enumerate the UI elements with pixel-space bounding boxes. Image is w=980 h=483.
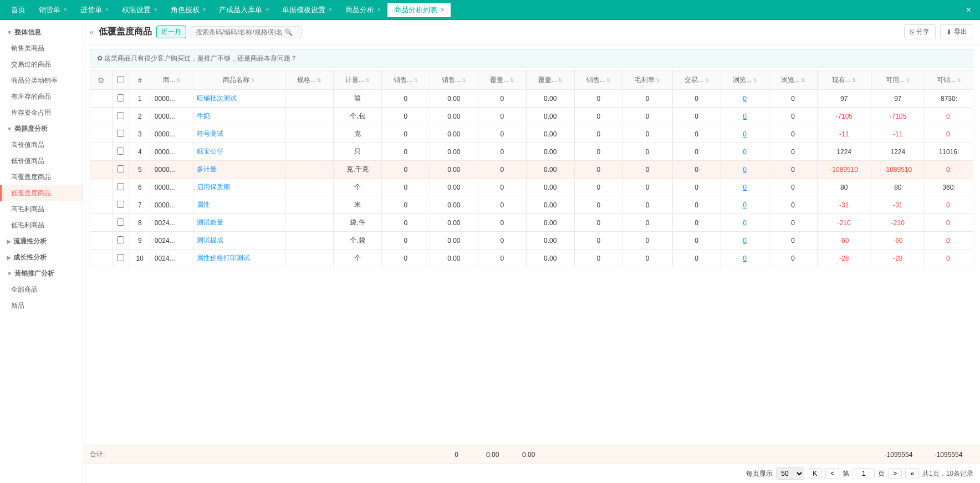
sidebar-item-sales-goods[interactable]: 销售类商品 <box>0 40 83 57</box>
close-sales-icon[interactable]: × <box>64 7 67 13</box>
cell-checkbox[interactable] <box>112 90 129 108</box>
close-products-icon[interactable]: × <box>266 7 269 13</box>
last-page-button[interactable]: » <box>905 468 919 479</box>
close-permissions-icon[interactable]: × <box>154 7 157 13</box>
nav-tab-purchase[interactable]: 进货单 × <box>74 3 115 17</box>
sidebar-item-high-profit[interactable]: 高毛利商品 <box>0 201 83 217</box>
cell-checkbox[interactable] <box>112 108 129 125</box>
sidebar-item-all-goods[interactable]: 全部商品 <box>0 282 83 298</box>
cell-checkbox[interactable] <box>112 214 129 232</box>
page-number-input[interactable] <box>853 468 875 479</box>
sidebar-item-category-turnover[interactable]: 商品分类动销率 <box>0 73 83 89</box>
col-coverage1[interactable]: 覆盖...⇅ <box>478 71 526 90</box>
share-button[interactable]: ⎘ 分享 <box>904 24 936 39</box>
col-transaction[interactable]: 交易...⇅ <box>672 71 721 90</box>
sidebar-item-low-profit[interactable]: 低毛利商品 <box>0 217 83 233</box>
col-sales-qty[interactable]: 销售...⇅ <box>381 71 430 90</box>
col-unit[interactable]: 计量...⇅ <box>333 71 381 90</box>
nav-tab-products[interactable]: 产成品入库单 × <box>212 3 275 17</box>
cell-name[interactable]: 眠宝公仔 <box>193 143 285 161</box>
next-page-button[interactable]: > <box>888 468 902 479</box>
col-available[interactable]: 可用...⇅ <box>871 71 925 90</box>
sidebar-item-high-value[interactable]: 高价值商品 <box>0 137 83 153</box>
cell-browse1[interactable]: 0 <box>721 161 769 179</box>
close-analysis-icon[interactable]: × <box>377 7 381 13</box>
row-checkbox[interactable] <box>117 201 124 208</box>
table-wrapper[interactable]: ⚙ # 商...⇅ 商品名称⇅ 规格...⇅ 计量...⇅ 销售...⇅ 销售.… <box>83 70 980 445</box>
sidebar-group-overall[interactable]: ▼ 整体信息 <box>0 24 83 40</box>
cell-browse1[interactable]: 0 <box>721 108 769 125</box>
close-templates-icon[interactable]: × <box>329 7 332 13</box>
cell-browse1[interactable]: 0 <box>721 196 769 214</box>
cell-checkbox[interactable] <box>112 196 129 214</box>
nav-tab-home[interactable]: 首页 <box>4 3 32 17</box>
close-roles-icon[interactable]: × <box>203 7 206 13</box>
row-checkbox[interactable] <box>117 183 124 190</box>
cell-checkbox[interactable] <box>112 179 129 196</box>
first-page-button[interactable]: K <box>808 468 822 479</box>
cell-name[interactable]: 多计量 <box>193 161 285 179</box>
sidebar-group-circulation[interactable]: ▶ 流通性分析 <box>0 233 83 250</box>
col-settings[interactable]: ⚙ <box>90 71 113 90</box>
col-gross-margin[interactable]: 毛利率⇅ <box>622 71 672 90</box>
sidebar-group-marketing[interactable]: ▼ 营销推广分析 <box>0 266 83 282</box>
col-sales-amount[interactable]: 销售...⇅ <box>430 71 478 90</box>
filter-tag-recent-month[interactable]: 近一月 <box>156 26 186 38</box>
row-checkbox[interactable] <box>117 165 124 172</box>
cell-name[interactable]: 测试提成 <box>193 232 285 250</box>
cell-browse1[interactable]: 0 <box>721 179 769 196</box>
row-checkbox[interactable] <box>117 236 124 243</box>
nav-tab-templates[interactable]: 单据模板设置 × <box>275 3 339 17</box>
cell-checkbox[interactable] <box>112 250 129 267</box>
sidebar-item-low-value[interactable]: 低价值商品 <box>0 153 83 169</box>
nav-tab-permissions[interactable]: 权限设置 × <box>115 3 164 17</box>
search-input[interactable] <box>196 28 284 36</box>
export-button[interactable]: ⬇ 导出 <box>940 24 973 39</box>
col-sales-detail[interactable]: 销售...⇅ <box>574 71 622 90</box>
cell-checkbox[interactable] <box>112 125 129 143</box>
col-spec[interactable]: 规格...⇅ <box>285 71 333 90</box>
page-size-select[interactable]: 50 20 100 <box>776 467 804 480</box>
cell-checkbox[interactable] <box>112 143 129 161</box>
cell-name[interactable]: 属性 <box>193 196 285 214</box>
prev-page-button[interactable]: < <box>825 468 839 479</box>
row-checkbox[interactable] <box>117 218 124 226</box>
row-checkbox[interactable] <box>117 254 124 261</box>
col-name[interactable]: 商品名称⇅ <box>193 71 285 90</box>
nav-tab-analysis-list[interactable]: 商品分析列表 × <box>387 3 451 17</box>
cell-checkbox[interactable] <box>112 161 129 179</box>
select-all-checkbox[interactable] <box>117 76 124 83</box>
col-saleable[interactable]: 可销...⇅ <box>925 71 973 90</box>
cell-checkbox[interactable] <box>112 232 129 250</box>
cell-name[interactable]: 测试数量 <box>193 214 285 232</box>
nav-tab-roles[interactable]: 角色授权 × <box>164 3 213 17</box>
row-checkbox[interactable] <box>117 148 124 155</box>
settings-gear-icon[interactable]: ⚙ <box>98 76 105 85</box>
sidebar-item-in-stock[interactable]: 有库存的商品 <box>0 89 83 105</box>
row-checkbox[interactable] <box>117 94 124 101</box>
sidebar-group-growth[interactable]: ▶ 成长性分析 <box>0 250 83 266</box>
cell-browse1[interactable]: 0 <box>721 214 769 232</box>
col-current[interactable]: 现有...⇅ <box>817 71 871 90</box>
col-coverage2[interactable]: 覆盖...⇅ <box>526 71 574 90</box>
row-checkbox[interactable] <box>117 112 124 119</box>
cell-name[interactable]: 牛奶 <box>193 108 285 125</box>
cell-browse1[interactable]: 0 <box>721 143 769 161</box>
cell-browse1[interactable]: 0 <box>721 90 769 108</box>
sidebar-item-capital[interactable]: 库存资金占用 <box>0 105 83 121</box>
row-checkbox[interactable] <box>117 130 124 137</box>
sidebar-collapse-btn[interactable]: « <box>90 28 94 37</box>
search-icon[interactable]: 🔍 <box>284 28 293 36</box>
nav-tab-sales[interactable]: 销货单 × <box>32 3 74 17</box>
sidebar-item-new-goods[interactable]: 新品 <box>0 298 83 314</box>
sidebar-item-traded-goods[interactable]: 交易过的商品 <box>0 57 83 73</box>
cell-name[interactable]: 启用保质期 <box>193 179 285 196</box>
col-browse2[interactable]: 浏览...⇅ <box>769 71 817 90</box>
col-browse1[interactable]: 浏览...⇅ <box>721 71 769 90</box>
close-purchase-icon[interactable]: × <box>105 7 109 13</box>
cell-browse1[interactable]: 0 <box>721 250 769 267</box>
cell-name[interactable]: 旺铺批次测试 <box>193 90 285 108</box>
cell-browse1[interactable]: 0 <box>721 125 769 143</box>
nav-tab-analysis[interactable]: 商品分析 × <box>339 3 387 17</box>
sidebar-group-cluster[interactable]: ▼ 类群度分析 <box>0 121 83 137</box>
